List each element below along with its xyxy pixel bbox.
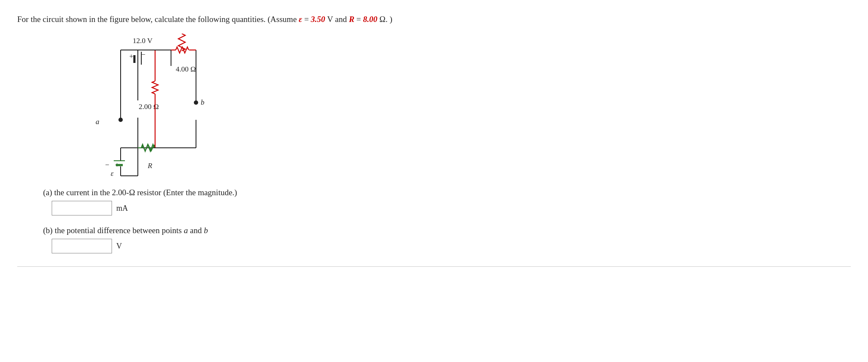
part-b-and: and <box>188 226 204 235</box>
minus-top: − <box>141 50 146 59</box>
unit2: Ω. ) <box>377 15 392 24</box>
circuit-diagram: 12.0 V + − 4.00 Ω b 2.00 Ω a − + R ε <box>69 34 224 180</box>
value1: 3.50 <box>311 15 325 24</box>
resistor-2ohm-wiggle <box>152 81 158 94</box>
r1-label: 4.00 Ω <box>176 65 196 73</box>
part-b-answer-row: V <box>52 239 851 253</box>
part-b-b: b <box>204 226 208 235</box>
part-b-input[interactable] <box>52 239 112 253</box>
resistor-4ohm-wiggle <box>176 47 189 53</box>
voltage-label: 12.0 V <box>133 37 153 45</box>
problem-intro: For the circuit shown in the figure belo… <box>17 13 851 26</box>
b-dot <box>194 100 198 105</box>
part-a-input[interactable] <box>52 201 112 215</box>
epsilon-label: ε <box>111 169 114 178</box>
part-a-answer-row: mA <box>52 201 851 215</box>
part-b-unit: V <box>116 242 122 251</box>
part-a-label: (a) the current in the 2.00-Ω resistor (… <box>43 188 851 197</box>
part-b-a: a <box>184 226 188 235</box>
bottom-divider <box>17 266 851 267</box>
equals2: = <box>355 15 363 24</box>
plus-top: + <box>129 52 134 60</box>
b-label: b <box>201 98 205 106</box>
a-label: a <box>96 118 100 126</box>
value2: 8.00 <box>363 15 377 24</box>
minus-bottom: − <box>105 161 109 169</box>
unit1: V and <box>325 15 349 24</box>
R-symbol: R <box>349 15 355 24</box>
part-a-unit: mA <box>116 204 128 213</box>
a-dot <box>118 118 123 122</box>
equals1: = <box>302 15 311 24</box>
intro-text: For the circuit shown in the figure belo… <box>17 15 299 24</box>
part-b-label-pre: (b) the potential difference between poi… <box>43 226 184 235</box>
r2-label: 2.00 Ω <box>139 103 159 111</box>
part-b-label: (b) the potential difference between poi… <box>43 226 851 235</box>
R-label: R <box>147 162 152 170</box>
